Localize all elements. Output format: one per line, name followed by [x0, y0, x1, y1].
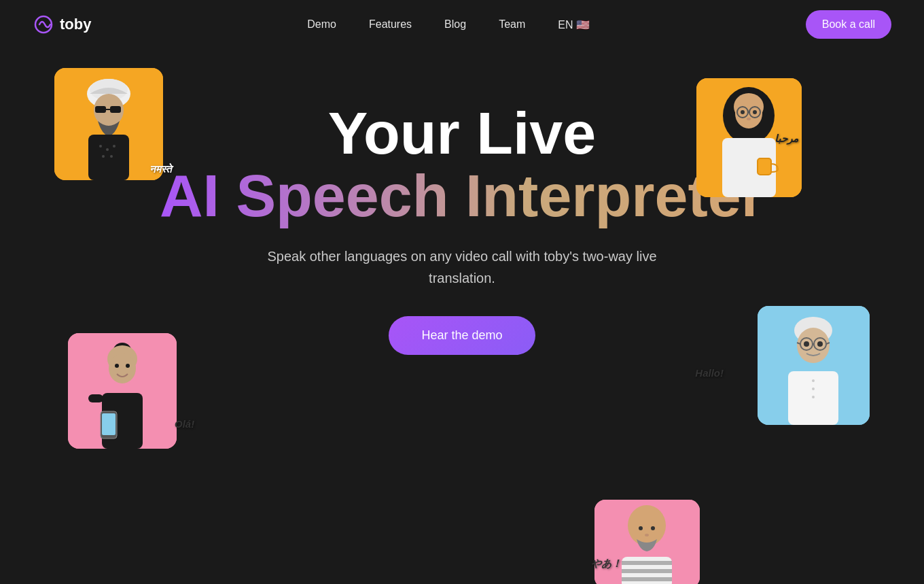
svg-point-54 [645, 534, 649, 536]
svg-point-30 [115, 364, 119, 368]
svg-point-31 [126, 364, 130, 368]
character-card-5 [594, 500, 700, 584]
speech-hallo: Hallo! [695, 367, 724, 379]
svg-point-12 [102, 155, 105, 158]
svg-point-29 [109, 354, 136, 383]
character-card-3 [68, 333, 177, 449]
speech-namaste: नमस्ते [149, 163, 171, 175]
svg-point-47 [812, 379, 815, 382]
svg-point-53 [651, 526, 655, 530]
svg-point-22 [753, 110, 757, 114]
speech-ola: Olá! [175, 418, 194, 430]
svg-point-9 [99, 145, 102, 148]
svg-point-51 [628, 505, 666, 546]
logo-text: toby [60, 16, 91, 33]
hero-subtitle: Speak other languages on any video call … [265, 245, 659, 289]
svg-rect-57 [622, 569, 672, 573]
nav-features[interactable]: Features [369, 18, 412, 30]
svg-point-49 [812, 396, 815, 398]
speech-marhaba: مرحبا [775, 133, 798, 145]
svg-rect-35 [102, 413, 116, 435]
character-illustration-1 [54, 68, 163, 180]
svg-rect-33 [88, 394, 103, 402]
svg-point-23 [747, 118, 751, 120]
logo[interactable]: toby [33, 14, 91, 35]
svg-point-44 [804, 341, 809, 347]
nav-team[interactable]: Team [499, 18, 525, 30]
svg-rect-6 [110, 106, 121, 113]
character-card-4 [758, 306, 870, 425]
nav-links: Demo Features Blog Team EN 🇺🇸 [307, 18, 590, 31]
character-card-1 [54, 68, 163, 180]
character-illustration-3 [68, 333, 177, 449]
svg-point-0 [35, 16, 52, 33]
hear-demo-button[interactable]: Hear the demo [389, 316, 535, 355]
svg-rect-58 [622, 577, 672, 581]
nav-demo[interactable]: Demo [307, 18, 336, 30]
hero-title-line1: Your Live [328, 103, 596, 163]
nav-blog[interactable]: Blog [444, 18, 466, 30]
svg-rect-25 [758, 158, 771, 175]
svg-rect-56 [622, 561, 672, 565]
svg-point-48 [812, 388, 815, 390]
character-illustration-4 [758, 306, 870, 425]
svg-rect-5 [95, 106, 106, 113]
svg-point-11 [113, 145, 116, 148]
svg-point-52 [639, 526, 643, 530]
hero-title-line2: AI Speech Interpreter [160, 163, 764, 229]
book-call-button[interactable]: Book a call [806, 10, 891, 39]
svg-point-21 [741, 110, 745, 114]
svg-rect-8 [88, 135, 129, 180]
logo-icon [33, 14, 54, 35]
svg-point-17 [735, 99, 762, 128]
svg-point-13 [110, 155, 113, 158]
speech-yaa: やあ！ [591, 557, 622, 570]
svg-point-45 [817, 341, 823, 347]
character-illustration-5 [594, 500, 700, 584]
navbar: toby Demo Features Blog Team EN 🇺🇸 Book … [0, 0, 924, 49]
svg-point-38 [797, 328, 830, 363]
nav-language[interactable]: EN 🇺🇸 [558, 19, 590, 31]
svg-point-10 [106, 148, 109, 151]
